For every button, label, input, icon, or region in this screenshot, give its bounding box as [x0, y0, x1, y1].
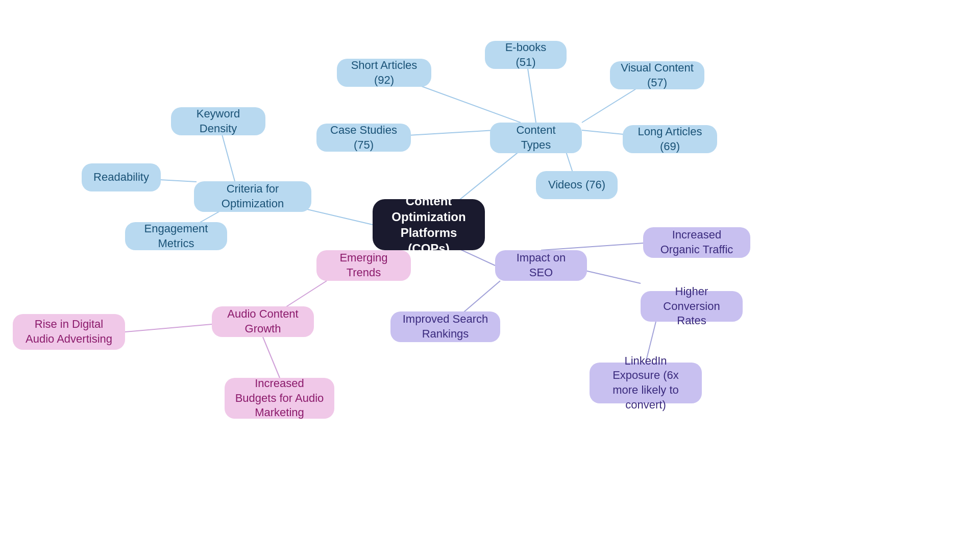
visual-content-label: Visual Content (57)	[620, 61, 694, 90]
engagement-metrics-label: Engagement Metrics	[135, 222, 217, 251]
increased-budgets-node: Increased Budgets for Audio Marketing	[225, 378, 334, 419]
visual-content-node: Visual Content (57)	[610, 61, 704, 89]
criteria-optimization-node: Criteria for Optimization	[194, 181, 311, 212]
rise-digital-audio-label: Rise in Digital Audio Advertising	[23, 317, 115, 346]
content-types-label: Content Types	[500, 123, 572, 152]
audio-content-growth-node: Audio Content Growth	[212, 306, 314, 337]
rise-digital-audio-node: Rise in Digital Audio Advertising	[13, 314, 125, 350]
short-articles-node: Short Articles (92)	[337, 59, 431, 87]
videos-node: Videos (76)	[536, 171, 618, 199]
emerging-trends-node: Emerging Trends	[316, 250, 411, 281]
readability-label: Readability	[93, 170, 149, 185]
criteria-optimization-label: Criteria for Optimization	[204, 182, 301, 211]
case-studies-label: Case Studies (75)	[327, 123, 401, 152]
increased-organic-traffic-node: Increased Organic Traffic	[643, 227, 750, 258]
audio-content-growth-label: Audio Content Growth	[222, 307, 304, 336]
svg-line-16	[541, 243, 651, 250]
impact-seo-label: Impact on SEO	[505, 251, 577, 280]
long-articles-label: Long Articles (69)	[633, 125, 707, 154]
svg-line-13	[125, 324, 212, 332]
linkedin-exposure-label: LinkedIn Exposure (6x more likely to con…	[600, 354, 692, 412]
center-node: Content Optimization Platforms (COPs)	[373, 199, 485, 250]
short-articles-label: Short Articles (92)	[347, 58, 421, 87]
emerging-trends-label: Emerging Trends	[327, 251, 401, 280]
svg-line-14	[263, 337, 280, 378]
engagement-metrics-node: Engagement Metrics	[125, 222, 227, 250]
improved-search-rankings-label: Improved Search Rankings	[401, 312, 490, 341]
case-studies-node: Case Studies (75)	[316, 124, 411, 152]
increased-organic-traffic-label: Increased Organic Traffic	[653, 228, 740, 257]
videos-label: Videos (76)	[548, 178, 605, 193]
higher-conversion-rates-node: Higher Conversion Rates	[641, 291, 743, 322]
content-types-node: Content Types	[490, 123, 582, 153]
readability-node: Readability	[82, 163, 161, 191]
increased-budgets-label: Increased Budgets for Audio Marketing	[235, 376, 324, 420]
improved-search-rankings-node: Improved Search Rankings	[390, 311, 500, 342]
higher-conversion-rates-label: Higher Conversion Rates	[651, 284, 732, 328]
long-articles-node: Long Articles (69)	[623, 125, 717, 153]
keyword-density-node: Keyword Density	[171, 107, 265, 135]
center-label: Content Optimization Platforms (COPs)	[383, 193, 475, 257]
impact-seo-node: Impact on SEO	[495, 250, 587, 281]
keyword-density-label: Keyword Density	[181, 107, 255, 136]
linkedin-exposure-node: LinkedIn Exposure (6x more likely to con…	[590, 363, 702, 403]
ebooks-node: E-books (51)	[485, 41, 567, 69]
ebooks-label: E-books (51)	[495, 40, 556, 69]
